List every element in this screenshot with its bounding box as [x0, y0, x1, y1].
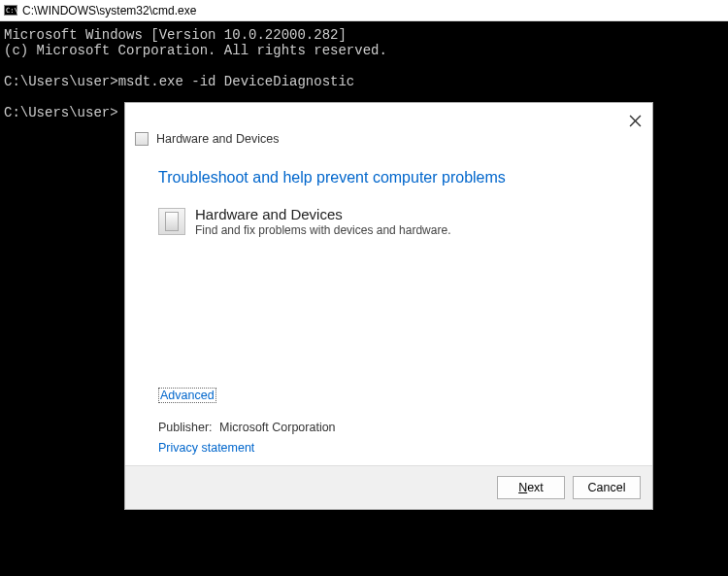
terminal-line-version: Microsoft Windows [Version 10.0.22000.28… — [4, 27, 347, 43]
next-button-rest: ext — [527, 481, 544, 494]
publisher-label: Publisher: — [158, 421, 213, 434]
dialog-header: Hardware and Devices — [125, 132, 652, 153]
close-icon — [629, 115, 642, 127]
option-text: Hardware and Devices Find and fix proble… — [195, 206, 450, 237]
next-button[interactable]: Next — [497, 476, 565, 499]
option-title: Hardware and Devices — [195, 206, 450, 222]
hardware-option-icon — [158, 208, 185, 235]
cmd-titlebar: C:\ C:\WINDOWS\system32\cmd.exe — [0, 0, 728, 21]
privacy-statement-link[interactable]: Privacy statement — [158, 441, 254, 455]
terminal-command-1: msdt.exe -id DeviceDiagnostic — [118, 74, 355, 89]
next-button-mnemonic: N — [518, 481, 527, 494]
dialog-header-title: Hardware and Devices — [156, 132, 279, 146]
dialog-body: Troubleshoot and help prevent computer p… — [125, 153, 652, 465]
option-description: Find and fix problems with devices and h… — [195, 223, 450, 237]
close-button[interactable] — [625, 111, 645, 130]
hardware-header-icon — [135, 132, 149, 146]
troubleshoot-option[interactable]: Hardware and Devices Find and fix proble… — [158, 206, 619, 237]
publisher-row: Publisher: Microsoft Corporation — [158, 421, 619, 434]
advanced-link[interactable]: Advanced — [158, 388, 216, 403]
terminal-prompt-2[interactable]: C:\Users\user> — [4, 105, 118, 120]
cmd-icon: C:\ — [4, 5, 17, 16]
cancel-button[interactable]: Cancel — [573, 476, 641, 499]
dialog-top-bar — [125, 103, 652, 132]
terminal-prompt-1: C:\Users\user> — [4, 74, 118, 89]
cmd-title-path: C:\WINDOWS\system32\cmd.exe — [22, 4, 196, 17]
publisher-value: Microsoft Corporation — [219, 421, 336, 434]
troubleshooter-dialog: Hardware and Devices Troubleshoot and he… — [124, 102, 653, 510]
dialog-footer: Next Cancel — [125, 465, 652, 509]
terminal-line-copyright: (c) Microsoft Corporation. All rights re… — [4, 43, 387, 58]
footer-links: Advanced Publisher: Microsoft Corporatio… — [158, 386, 619, 456]
dialog-main-heading: Troubleshoot and help prevent computer p… — [158, 169, 619, 186]
